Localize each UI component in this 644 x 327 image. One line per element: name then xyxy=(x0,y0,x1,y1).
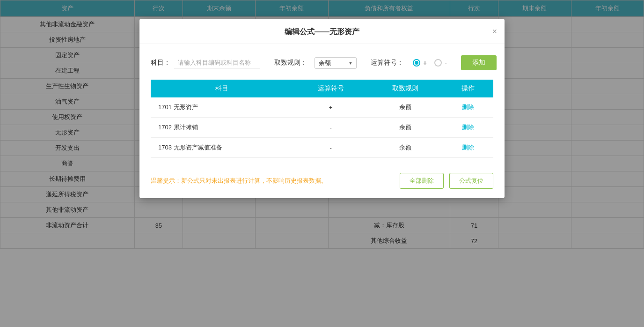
edit-formula-modal: 编辑公式——无形资产 × 科目： 取数规则： 余额 借方发生额 xyxy=(139,19,505,198)
delete-link[interactable]: 删除 xyxy=(462,124,474,131)
table-row: 1701 无形资产+余额删除 xyxy=(151,97,493,118)
table-header-subject: 科目 xyxy=(151,80,293,97)
footer-buttons: 全部删除 公式复位 xyxy=(400,173,493,189)
formula-action: 删除 xyxy=(442,118,493,138)
delete-link[interactable]: 删除 xyxy=(462,104,474,111)
modal-overlay: 编辑公式——无形资产 × 科目： 取数规则： 余额 借方发生额 xyxy=(0,0,644,327)
formula-operator: + xyxy=(293,97,368,118)
plus-radio-circle xyxy=(413,59,420,67)
modal-header: 编辑公式——无形资产 × xyxy=(139,19,505,44)
formula-subject: 1703 无形资产减值准备 xyxy=(151,138,293,158)
formula-rule: 余额 xyxy=(368,97,442,118)
modal-footer: 温馨提示：新公式只对未出报表进行计算，不影响历史报表数据。 全部删除 公式复位 xyxy=(139,165,505,198)
subject-input[interactable] xyxy=(174,57,260,68)
table-header-operator: 运算符号 xyxy=(293,80,368,97)
page-container: 资产 行次 期末余额 年初余额 负债和所有者权益 行次 期末余额 年初余额 其他… xyxy=(0,0,644,327)
plus-label: + xyxy=(423,59,427,67)
rule-section: 取数规则： 余额 借方发生额 贷方发生额 xyxy=(274,57,357,69)
operator-minus-radio[interactable]: - xyxy=(434,59,447,67)
add-button[interactable]: 添加 xyxy=(461,55,497,70)
operator-radio-group: + - xyxy=(413,59,447,67)
operator-plus-radio[interactable]: + xyxy=(413,59,427,67)
formula-table: 科目 运算符号 取数规则 操作 1701 无形资产+余额删除1702 累计摊销-… xyxy=(151,80,493,158)
reset-button[interactable]: 公式复位 xyxy=(449,173,493,189)
formula-operator: - xyxy=(293,118,368,138)
formula-rule: 余额 xyxy=(368,138,442,158)
modal-title: 编辑公式——无形资产 xyxy=(285,28,359,36)
formula-subject: 1701 无形资产 xyxy=(151,97,293,118)
delete-all-button[interactable]: 全部删除 xyxy=(400,173,444,189)
operator-section: 运算符号： + - xyxy=(371,59,447,67)
table-row: 1702 累计摊销-余额删除 xyxy=(151,118,493,138)
rule-select[interactable]: 余额 借方发生额 贷方发生额 xyxy=(315,57,357,69)
subject-label: 科目： xyxy=(151,59,170,67)
formula-subject: 1702 累计摊销 xyxy=(151,118,293,138)
formula-action: 删除 xyxy=(442,138,493,158)
minus-label: - xyxy=(445,59,447,67)
modal-body: 科目： 取数规则： 余额 借方发生额 贷方发生额 xyxy=(139,44,505,165)
modal-close-button[interactable]: × xyxy=(492,27,497,36)
rule-label: 取数规则： xyxy=(274,59,307,67)
rule-select-wrapper[interactable]: 余额 借方发生额 贷方发生额 xyxy=(315,57,357,69)
operator-label: 运算符号： xyxy=(371,59,403,67)
footer-hint: 温馨提示：新公式只对未出报表进行计算，不影响历史报表数据。 xyxy=(151,177,327,185)
minus-radio-circle xyxy=(434,59,442,67)
formula-operator: - xyxy=(293,138,368,158)
formula-form: 科目： 取数规则： 余额 借方发生额 贷方发生额 xyxy=(151,55,493,70)
table-row: 1703 无形资产减值准备-余额删除 xyxy=(151,138,493,158)
formula-action: 删除 xyxy=(442,97,493,118)
table-header-action: 操作 xyxy=(442,80,493,97)
table-header-rule: 取数规则 xyxy=(368,80,442,97)
delete-link[interactable]: 删除 xyxy=(462,144,474,151)
formula-rule: 余额 xyxy=(368,118,442,138)
